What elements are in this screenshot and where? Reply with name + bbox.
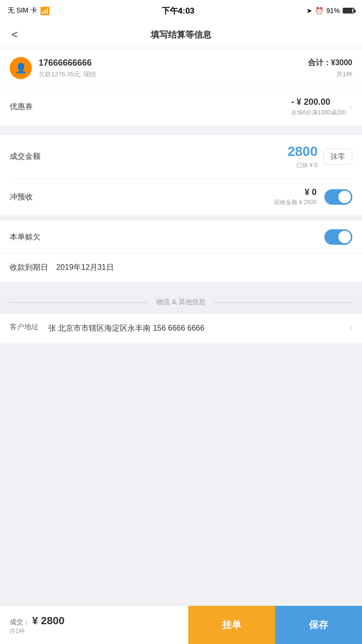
deal-amount-info: 2800 已抹 ¥ 0 — [288, 144, 318, 169]
status-left: 无 SIM 卡 📶 — [8, 6, 50, 15]
battery-text: 91% — [326, 7, 340, 14]
chongyu-info: ¥ 0 应收金额 ¥ 2800 — [274, 187, 317, 207]
chongyu-amount: ¥ 0 — [305, 187, 317, 197]
bottom-buttons: 挂单 保存 — [188, 606, 362, 644]
user-left: 👤 17666666666 欠款1276.35元, 现结 — [10, 57, 96, 79]
coupon-amount: - ¥ 200.00 — [291, 97, 346, 107]
chongyu-row: 冲预收 ¥ 0 应收金额 ¥ 2800 — [10, 179, 352, 215]
bottom-bar: 成交： ¥ 2800 共1种 挂单 保存 — [0, 605, 362, 644]
carrier-text: 无 SIM 卡 — [8, 6, 37, 15]
bottom-summary: 成交： ¥ 2800 共1种 — [0, 615, 188, 635]
bottom-count: 共1种 — [10, 627, 179, 635]
total-amount: 合计：¥3000 — [308, 58, 353, 68]
user-subtext: 欠款1276.35元, 现结 — [39, 70, 96, 79]
coupon-info: - ¥ 200.00 全场6折满1000减200 — [291, 97, 346, 117]
user-total: 合计：¥3000 共1种 — [308, 58, 353, 79]
duedate-value: 2019年12月31日 — [56, 263, 113, 271]
user-card: 👤 17666666666 欠款1276.35元, 现结 合计：¥3000 共1… — [0, 48, 362, 88]
divider-1 — [0, 130, 362, 135]
hang-order-button[interactable]: 挂单 — [188, 606, 275, 644]
deal-amount-row: 成交金额 2800 已抹 ¥ 0 抹零 — [10, 135, 352, 179]
content-area: 👤 17666666666 欠款1276.35元, 现结 合计：¥3000 共1… — [0, 48, 362, 605]
deal-amount-value: 2800 — [288, 144, 318, 159]
user-phone: 17666666666 — [39, 58, 96, 68]
battery-icon — [343, 8, 354, 14]
bottom-deal-row: 成交： ¥ 2800 — [10, 615, 179, 627]
bottom-deal-value: ¥ 2800 — [32, 615, 64, 627]
back-button[interactable]: < — [8, 25, 22, 45]
deal-amount-right: 2800 已抹 ¥ 0 抹零 — [288, 144, 352, 169]
status-bar: 无 SIM 卡 📶 下午4:03 ➤ ⏰ 91% — [0, 0, 362, 21]
chongyu-sub: 应收金额 ¥ 2800 — [274, 198, 317, 207]
divider-2 — [0, 216, 362, 221]
logistics-text: 物流 & 其他信息 — [156, 298, 205, 307]
coupon-right: - ¥ 200.00 全场6折满1000减200 › — [291, 97, 352, 117]
item-count: 共1种 — [308, 70, 353, 79]
coupon-label: 优惠券 — [10, 102, 33, 112]
address-section[interactable]: 客户地址 张 北京市市辖区海淀区永丰南 156 6666 6666 › — [0, 314, 362, 343]
debt-label: 本单赊欠 — [10, 232, 41, 242]
logistics-divider: 物流 & 其他信息 — [0, 291, 362, 313]
location-icon: ➤ — [306, 7, 312, 14]
deal-amount-label: 成交金额 — [10, 152, 41, 162]
debt-section: 本单赊欠 — [0, 221, 362, 253]
coupon-row[interactable]: 优惠券 - ¥ 200.00 全场6折满1000减200 › — [0, 88, 362, 126]
logistics-line-left — [10, 302, 149, 303]
duedate-section: 收款到期日 2019年12月31日 — [0, 254, 362, 281]
avatar: 👤 — [10, 57, 32, 79]
page-title: 填写结算等信息 — [151, 29, 211, 41]
user-info: 17666666666 欠款1276.35元, 现结 — [39, 58, 96, 79]
coupon-desc: 全场6折满1000减200 — [291, 109, 346, 117]
address-label: 客户地址 — [10, 322, 48, 332]
chongyu-label: 冲预收 — [10, 192, 33, 202]
amount-section: 成交金额 2800 已抹 ¥ 0 抹零 冲预收 ¥ 0 应收金额 ¥ 2800 — [0, 135, 362, 215]
duedate-label: 收款到期日 — [10, 263, 48, 271]
address-content: 张 北京市市辖区海淀区永丰南 156 6666 6666 — [48, 322, 345, 334]
logistics-line-right — [213, 302, 352, 303]
deal-amount-sub: 已抹 ¥ 0 — [288, 161, 318, 169]
bottom-deal-label: 成交： — [10, 618, 30, 626]
debt-toggle[interactable] — [324, 229, 352, 245]
wifi-icon: 📶 — [40, 6, 50, 15]
address-chevron-icon: › — [345, 323, 352, 332]
round-zero-button[interactable]: 抹零 — [323, 149, 352, 165]
bottom-empty-space — [0, 348, 362, 444]
chongyu-toggle[interactable] — [324, 189, 352, 205]
time-display: 下午4:03 — [162, 5, 195, 16]
nav-bar: < 填写结算等信息 — [0, 21, 362, 48]
save-button[interactable]: 保存 — [275, 606, 362, 644]
status-right: ➤ ⏰ 91% — [306, 7, 354, 14]
coupon-chevron-icon: › — [350, 103, 352, 112]
alarm-icon: ⏰ — [315, 7, 323, 14]
divider-3 — [0, 286, 362, 291]
